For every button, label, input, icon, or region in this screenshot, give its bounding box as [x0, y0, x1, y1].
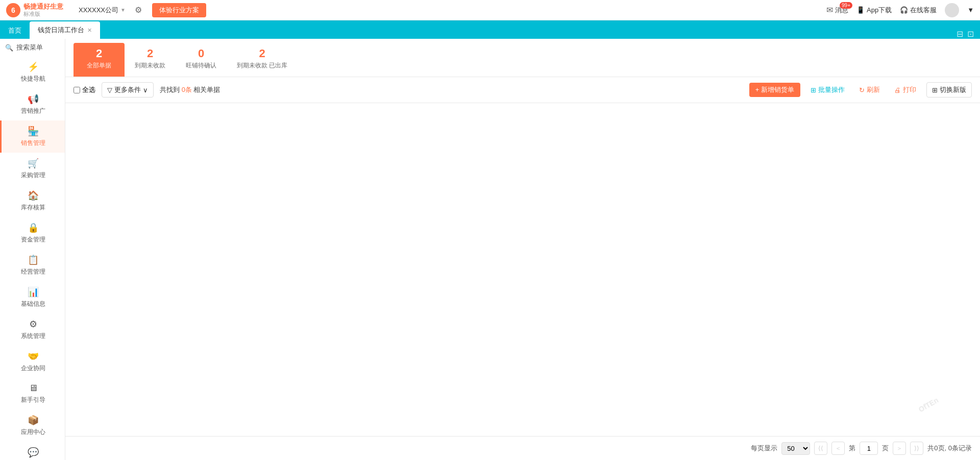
select-all-checkbox[interactable]: 全选: [74, 85, 95, 94]
app-download-icon: 📱: [856, 6, 865, 14]
print-icon: 🖨: [894, 86, 901, 94]
notification-badge: 99+: [840, 2, 852, 9]
notification-area[interactable]: ✉ 99+ 消息: [826, 5, 848, 15]
select-all-input[interactable]: [74, 87, 80, 93]
sidebar-item-basicinfo[interactable]: 📊 基础信息: [0, 281, 65, 313]
stats-tab-overdue[interactable]: 2 到期未收款: [125, 43, 176, 77]
page-info-prefix: 第: [849, 444, 855, 453]
toolbar-left: 全选 ▽ 更多条件 ∨ 共找到 0条 相关单据: [74, 82, 220, 98]
marketing-icon: 📢: [28, 93, 39, 105]
stats-tab-shipped[interactable]: 2 到期未收款 已出库: [227, 43, 298, 77]
inventory-icon: 🏠: [28, 190, 39, 201]
per-page-label: 每页显示: [751, 444, 777, 453]
stats-tab-all[interactable]: 2 全部单据: [74, 43, 125, 77]
print-button[interactable]: 🖨 打印: [890, 83, 920, 97]
page-size-select[interactable]: 50 10 20 100: [781, 442, 810, 455]
nav-expand-icon[interactable]: ⊡: [967, 29, 974, 39]
logo-icon: 6: [6, 3, 20, 17]
logo-text: 畅捷通好生意 标准版: [23, 3, 63, 17]
toolbar: 全选 ▽ 更多条件 ∨ 共找到 0条 相关单据 + 新增销货单 ⊞ 批量操作: [65, 77, 980, 103]
sidebar-search[interactable]: 🔍 搜索菜单: [0, 39, 65, 56]
system-icon: ⚙: [29, 319, 37, 330]
newbie-icon: 🖥: [29, 383, 38, 394]
toolbar-right: + 新增销货单 ⊞ 批量操作 ↻ 刷新 🖨 打印 ⊞ 切换新版: [749, 82, 972, 98]
settings-icon[interactable]: ⚙: [135, 5, 142, 15]
sidebar-item-finance[interactable]: 🔒 资金管理: [0, 217, 65, 249]
user-name[interactable]: ▼: [967, 6, 974, 14]
purchase-icon: 🛒: [28, 158, 39, 169]
sidebar-item-cooperation[interactable]: 🤝 企业协同: [0, 346, 65, 378]
stats-tabs: 2 全部单据 2 到期未收款 0 旺铺待确认 2 到期未收款 已出库: [65, 39, 980, 77]
sidebar-item-newbie[interactable]: 🖥 新手引导: [0, 378, 65, 409]
add-sales-button[interactable]: + 新增销货单: [749, 83, 800, 97]
sales-icon: 🏪: [28, 126, 39, 137]
table-area: [65, 103, 980, 436]
filter-button[interactable]: ▽ 更多条件 ∨: [102, 82, 154, 98]
appcenter-icon: 📦: [28, 415, 39, 426]
nav-minimize-icon[interactable]: ⊟: [957, 29, 963, 39]
batch-icon: ⊞: [811, 86, 816, 94]
online-service[interactable]: 🎧 在线客服: [900, 6, 937, 15]
nav-tab-actions: ⊟ ⊡: [957, 29, 980, 39]
filter-arrow: ∨: [143, 86, 148, 94]
batch-operation-button[interactable]: ⊞ 批量操作: [806, 83, 849, 97]
refresh-button[interactable]: ↻ 刷新: [855, 83, 884, 97]
switch-icon: ⊞: [932, 86, 938, 94]
search-icon: 🔍: [5, 44, 13, 52]
headset-icon: 🎧: [900, 6, 908, 14]
top-bar: 6 畅捷通好生意 标准版 XXXXXX公司 ▼ ⚙ 体验行业方案 ✉ 99+ 消…: [0, 0, 980, 20]
sidebar-item-system[interactable]: ⚙ 系统管理: [0, 313, 65, 346]
company-selector[interactable]: XXXXXX公司 ▼: [79, 6, 126, 15]
sidebar-item-sales[interactable]: 🏪 销售管理: [0, 120, 65, 153]
main-layout: 🔍 搜索菜单 ⚡ 快捷导航 📢 营销推广 🏪 销售管理 🛒 采购管理 🏠 库存核…: [0, 39, 980, 460]
pagination: 每页显示 50 10 20 100 ⟨⟨ ＜ 第 页 ＞ ⟩⟩ 共0页, 0条记…: [65, 436, 980, 460]
total-info: 共0页, 0条记录: [927, 444, 972, 453]
switch-version-button[interactable]: ⊞ 切换新版: [926, 82, 972, 98]
tab-home[interactable]: 首页: [0, 22, 30, 39]
sidebar: 🔍 搜索菜单 ⚡ 快捷导航 📢 营销推广 🏪 销售管理 🛒 采购管理 🏠 库存核…: [0, 39, 65, 460]
last-page-button[interactable]: ⟩⟩: [910, 442, 923, 455]
notification-icon: ✉: [826, 5, 833, 15]
tab-close-icon[interactable]: ✕: [87, 27, 92, 34]
filter-icon: ▽: [107, 86, 112, 94]
refresh-icon: ↻: [859, 86, 865, 94]
nav-tabs: 首页 钱货日清工作台 ✕ ⊟ ⊡: [0, 20, 980, 39]
operation-icon: 📋: [28, 254, 39, 265]
app-download[interactable]: 📱 App下载: [856, 6, 892, 15]
prev-page-button[interactable]: ＜: [831, 442, 845, 455]
wechat-icon: 💬: [28, 447, 39, 458]
avatar[interactable]: [945, 3, 959, 17]
company-dropdown-arrow: ▼: [120, 7, 126, 13]
page-input[interactable]: [860, 442, 878, 455]
page-info-suffix: 页: [882, 444, 889, 453]
next-page-button[interactable]: ＞: [893, 442, 906, 455]
sidebar-item-inventory[interactable]: 🏠 库存核算: [0, 185, 65, 217]
stats-tab-wangpu[interactable]: 0 旺铺待确认: [176, 43, 227, 77]
cooperation-icon: 🤝: [28, 351, 39, 362]
top-bar-right: ✉ 99+ 消息 📱 App下载 🎧 在线客服 ▼: [826, 3, 974, 17]
sidebar-item-operation[interactable]: 📋 经营管理: [0, 249, 65, 281]
quick-nav-icon: ⚡: [28, 61, 39, 72]
basicinfo-icon: 📊: [28, 286, 39, 298]
sidebar-item-appcenter[interactable]: 📦 应用中心: [0, 409, 65, 442]
tab-qhdq[interactable]: 钱货日清工作台 ✕: [30, 21, 100, 39]
sidebar-item-purchase[interactable]: 🛒 采购管理: [0, 153, 65, 185]
logo-area: 6 畅捷通好生意 标准版: [6, 3, 63, 17]
sidebar-item-wechat[interactable]: 💬 企业微信: [0, 442, 65, 460]
trial-button[interactable]: 体验行业方案: [152, 3, 206, 17]
sidebar-item-marketing[interactable]: 📢 营销推广: [0, 88, 65, 120]
content: 2 全部单据 2 到期未收款 0 旺铺待确认 2 到期未收款 已出库 全选: [65, 39, 980, 460]
sidebar-item-quick-nav[interactable]: ⚡ 快捷导航: [0, 56, 65, 88]
first-page-button[interactable]: ⟨⟨: [814, 442, 827, 455]
finance-icon: 🔒: [28, 222, 39, 233]
top-bar-left: 6 畅捷通好生意 标准版 XXXXXX公司 ▼ ⚙ 体验行业方案: [6, 3, 206, 17]
found-text: 共找到 0条 相关单据: [160, 85, 220, 94]
